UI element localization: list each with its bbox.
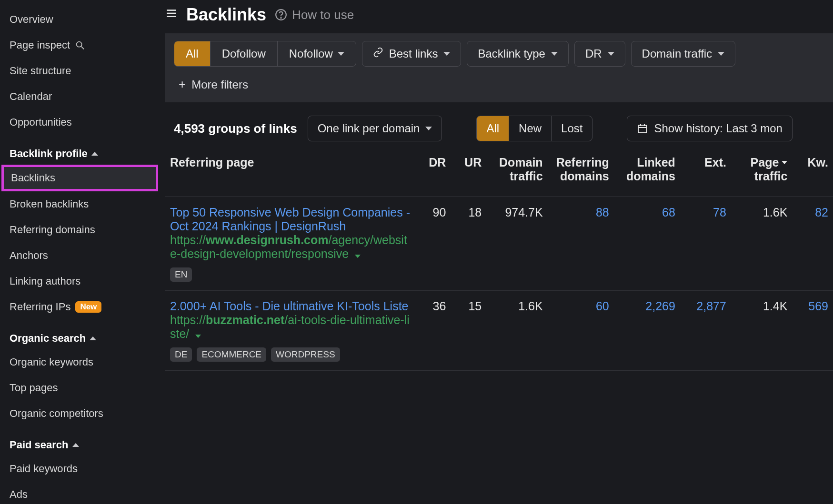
cell-kw[interactable]: 82 [815, 206, 828, 219]
domain-traffic-filter[interactable]: Domain traffic [631, 41, 736, 67]
cell-ext[interactable]: 78 [713, 206, 726, 219]
filter-bar: All Dofollow Nofollow Best links Backlin… [165, 33, 833, 102]
filter-nofollow-button[interactable]: Nofollow [277, 41, 356, 66]
svg-point-6 [281, 18, 281, 19]
caret-up-icon [91, 152, 98, 156]
sidebar-label: Referring IPs [10, 301, 70, 313]
col-page-traffic[interactable]: Page traffic [731, 147, 792, 197]
main-content: Backlinks How to use All Dofollow Nofoll… [160, 0, 833, 504]
col-kw[interactable]: Kw. [792, 147, 833, 197]
sidebar-item-referring-domains[interactable]: Referring domains [0, 217, 160, 243]
status-all-button[interactable]: All [477, 116, 509, 141]
cell-ur: 18 [451, 197, 486, 291]
url-part: https:// [170, 233, 206, 247]
more-filters-label: More filters [191, 78, 248, 91]
cell-linked-domains[interactable]: 2,269 [645, 299, 675, 313]
referring-page-link[interactable]: 2.000+ AI Tools - Die ultimative KI-Tool… [170, 299, 408, 313]
summary-row: 4,593 groups of links One link per domai… [165, 102, 833, 147]
svg-point-0 [77, 42, 82, 47]
hamburger-icon[interactable] [165, 7, 178, 22]
cell-domain-traffic: 1.6K [486, 291, 547, 371]
chevron-down-icon [718, 52, 724, 56]
sidebar-item-anchors[interactable]: Anchors [0, 243, 160, 268]
col-dr[interactable]: DR [415, 147, 451, 197]
table-row: 2.000+ AI Tools - Die ultimative KI-Tool… [165, 291, 833, 371]
calendar-icon [637, 123, 648, 134]
filter-dofollow-button[interactable]: Dofollow [210, 41, 277, 66]
status-lost-button[interactable]: Lost [551, 116, 592, 141]
col-domain-traffic[interactable]: Domain traffic [486, 147, 547, 197]
sidebar-item-organic-keywords[interactable]: Organic keywords [0, 349, 160, 375]
row-tags: EN [170, 267, 410, 282]
cell-referring-domains[interactable]: 88 [596, 206, 609, 219]
page-header: Backlinks How to use [160, 0, 833, 33]
cell-domain-traffic: 974.7K [486, 197, 547, 291]
plus-icon: + [179, 77, 186, 92]
sidebar-item-broken-backlinks[interactable]: Broken backlinks [0, 191, 160, 217]
col-referring-domains[interactable]: Referring domains [548, 147, 614, 197]
cell-ext[interactable]: 2,877 [696, 299, 726, 313]
dr-filter[interactable]: DR [574, 41, 625, 67]
sidebar-item-linking-authors[interactable]: Linking authors [0, 268, 160, 294]
sidebar-item-opportunities[interactable]: Opportunities [0, 109, 160, 135]
one-link-per-domain-dropdown[interactable]: One link per domain [308, 116, 442, 141]
how-to-use-text: How to use [292, 8, 354, 22]
sidebar-item-top-pages[interactable]: Top pages [0, 375, 160, 401]
th-line: Page [751, 156, 779, 169]
sidebar-section-paid-search[interactable]: Paid search [0, 426, 160, 456]
sidebar-section-backlink-profile[interactable]: Backlink profile [0, 135, 160, 165]
sidebar-section-organic-search[interactable]: Organic search [0, 320, 160, 349]
sidebar-item-backlinks[interactable]: Backlinks [1, 165, 158, 191]
section-title: Backlink profile [10, 148, 88, 160]
filter-all-button[interactable]: All [174, 41, 210, 66]
sidebar: Overview Page inspect Site structure Cal… [0, 0, 160, 504]
search-icon [75, 40, 85, 50]
url-part: https:// [170, 313, 206, 326]
th-line: traffic [754, 169, 787, 183]
th-line: Domain [499, 156, 543, 169]
new-badge: New [75, 301, 101, 313]
sidebar-item-overview[interactable]: Overview [0, 7, 160, 32]
referring-page-url[interactable]: https://buzzmatic.net/ai-tools-die-ultim… [170, 313, 410, 340]
col-linked-domains[interactable]: Linked domains [614, 147, 680, 197]
sidebar-item-site-structure[interactable]: Site structure [0, 58, 160, 84]
how-to-use-link[interactable]: How to use [275, 8, 354, 22]
sidebar-item-ads[interactable]: Ads [0, 482, 160, 504]
svg-line-1 [81, 47, 84, 49]
sidebar-item-calendar[interactable]: Calendar [0, 84, 160, 109]
tag-badge: ECOMMERCE [197, 347, 266, 362]
referring-page-link[interactable]: Top 50 Responsive Web Design Companies -… [170, 206, 410, 233]
more-filters-button[interactable]: + More filters [179, 77, 824, 92]
sidebar-item-page-inspect[interactable]: Page inspect [0, 32, 160, 58]
cell-page-traffic: 1.6K [731, 197, 792, 291]
page-title: Backlinks [186, 5, 266, 25]
col-ur[interactable]: UR [451, 147, 486, 197]
show-history-dropdown[interactable]: Show history: Last 3 mon [627, 116, 792, 141]
chevron-down-icon[interactable] [195, 335, 201, 338]
follow-segment: All Dofollow Nofollow [174, 41, 356, 67]
sidebar-item-organic-competitors[interactable]: Organic competitors [0, 401, 160, 426]
sidebar-item-paid-keywords[interactable]: Paid keywords [0, 456, 160, 482]
tag-badge: DE [170, 347, 192, 362]
th-line: traffic [510, 169, 542, 183]
filter-label: DR [585, 47, 602, 60]
sidebar-label: Page inspect [10, 39, 70, 51]
filter-label: Nofollow [289, 47, 333, 60]
sidebar-item-referring-ips[interactable]: Referring IPs New [0, 294, 160, 320]
backlink-type-filter[interactable]: Backlink type [467, 41, 568, 67]
referring-page-url[interactable]: https://www.designrush.com/agency/websit… [170, 233, 407, 260]
dropdown-label: One link per domain [318, 122, 420, 135]
cell-referring-domains[interactable]: 60 [596, 299, 609, 313]
chevron-down-icon [338, 52, 344, 56]
th-line: Referring [556, 156, 609, 169]
table-row: Top 50 Responsive Web Design Companies -… [165, 197, 833, 291]
chevron-down-icon[interactable] [355, 255, 361, 258]
status-new-button[interactable]: New [509, 116, 551, 141]
chevron-down-icon [425, 127, 432, 130]
best-links-filter[interactable]: Best links [362, 41, 462, 67]
col-ext[interactable]: Ext. [680, 147, 731, 197]
col-referring-page[interactable]: Referring page [165, 147, 415, 197]
caret-up-icon [90, 336, 96, 340]
cell-kw[interactable]: 569 [808, 299, 828, 313]
cell-linked-domains[interactable]: 68 [662, 206, 675, 219]
